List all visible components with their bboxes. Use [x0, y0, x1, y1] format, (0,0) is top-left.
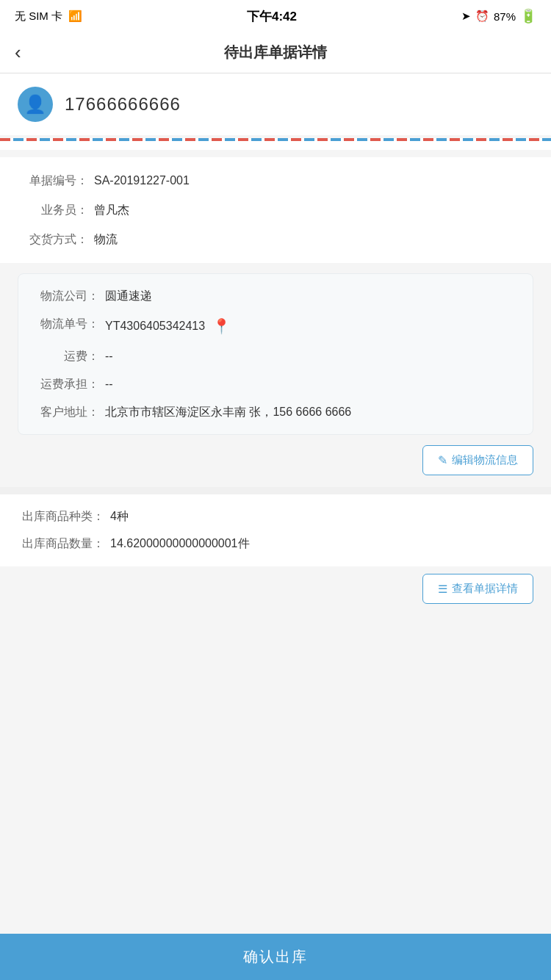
status-time: 下午4:42	[247, 8, 297, 25]
view-detail-button[interactable]: ☰ 查看单据详情	[422, 574, 533, 604]
goods-types-row: 出库商品种类： 4种	[22, 509, 529, 525]
freight-value: --	[99, 347, 518, 365]
logistics-card: 物流公司： 圆通速递 物流单号： YT4306405342413 📍 运费： -…	[18, 273, 533, 435]
freight-bearer-value: --	[99, 375, 518, 393]
address-row: 客户地址： 北京市市辖区海淀区永丰南 张，156 6666 6666	[33, 403, 518, 421]
salesperson-row: 业务员： 曾凡杰	[22, 201, 529, 219]
sim-status: 无 SIM 卡	[15, 10, 62, 24]
freight-bearer-label: 运费承担：	[33, 375, 99, 393]
edit-logistics-button[interactable]: ✎ 编辑物流信息	[422, 445, 533, 475]
dashed-line	[0, 138, 551, 141]
goods-quantity-row: 出库商品数量： 14.62000000000000001件	[22, 536, 529, 552]
edit-logistics-btn-wrapper: ✎ 编辑物流信息	[18, 445, 533, 475]
goods-quantity-value: 14.62000000000000001件	[104, 536, 250, 552]
customer-phone: 17666666666	[65, 94, 181, 115]
dashed-separator	[0, 138, 551, 150]
battery-level: 87%	[494, 10, 516, 23]
detail-icon: ☰	[438, 583, 447, 596]
delivery-method-row: 交货方式： 物流	[22, 231, 529, 248]
nav-bar: ‹ 待出库单据详情	[0, 32, 551, 73]
freight-row: 运费： --	[33, 347, 518, 365]
goods-types-label: 出库商品种类：	[22, 509, 104, 525]
avatar-icon: 👤	[24, 94, 46, 115]
address-label: 客户地址：	[33, 403, 99, 421]
location-status-icon: ➤	[461, 10, 471, 23]
goods-section: 出库商品种类： 4种 出库商品数量： 14.62000000000000001件	[0, 494, 551, 566]
confirm-button-wrapper: 确认出库	[0, 934, 551, 980]
avatar: 👤	[18, 87, 53, 122]
document-number-value: SA-20191227-001	[88, 172, 529, 190]
edit-logistics-label: 编辑物流信息	[452, 453, 518, 467]
salesperson-value: 曾凡杰	[88, 201, 529, 219]
logistics-company-label: 物流公司：	[33, 287, 99, 305]
tracking-number-label: 物流单号：	[33, 315, 99, 333]
salesperson-label: 业务员：	[22, 201, 88, 219]
tracking-number-row: 物流单号： YT4306405342413 📍	[33, 315, 518, 337]
delivery-method-value: 物流	[88, 231, 529, 248]
freight-label: 运费：	[33, 347, 99, 365]
battery-icon: 🔋	[520, 8, 536, 24]
status-right: ➤ ⏰ 87% 🔋	[461, 8, 536, 24]
wifi-icon: 📶	[68, 10, 82, 23]
status-bar: 无 SIM 卡 📶 下午4:42 ➤ ⏰ 87% 🔋	[0, 0, 551, 32]
delivery-method-label: 交货方式：	[22, 231, 88, 248]
document-number-label: 单据编号：	[22, 172, 88, 190]
status-left: 无 SIM 卡 📶	[15, 10, 82, 24]
goods-types-value: 4种	[104, 509, 129, 525]
confirm-outbound-button[interactable]: 确认出库	[0, 947, 551, 967]
bottom-spacer	[0, 616, 551, 763]
page-title: 待出库单据详情	[224, 43, 327, 62]
logistics-company-value: 圆通速递	[99, 287, 518, 305]
back-button[interactable]: ‹	[9, 35, 27, 70]
alarm-icon: ⏰	[475, 10, 489, 23]
location-icon[interactable]: 📍	[212, 315, 231, 337]
order-info-section: 单据编号： SA-20191227-001 业务员： 曾凡杰 交货方式： 物流	[0, 157, 551, 263]
freight-bearer-row: 运费承担： --	[33, 375, 518, 393]
section-divider	[0, 487, 551, 494]
address-value: 北京市市辖区海淀区永丰南 张，156 6666 6666	[99, 403, 518, 421]
view-detail-btn-wrapper: ☰ 查看单据详情	[18, 574, 533, 604]
document-number-row: 单据编号： SA-20191227-001	[22, 172, 529, 190]
edit-icon: ✎	[438, 453, 447, 467]
tracking-number-value: YT4306405342413 📍	[99, 315, 518, 337]
logistics-company-row: 物流公司： 圆通速递	[33, 287, 518, 305]
view-detail-label: 查看单据详情	[452, 582, 518, 596]
goods-quantity-label: 出库商品数量：	[22, 536, 104, 552]
customer-header: 👤 17666666666	[0, 73, 551, 135]
